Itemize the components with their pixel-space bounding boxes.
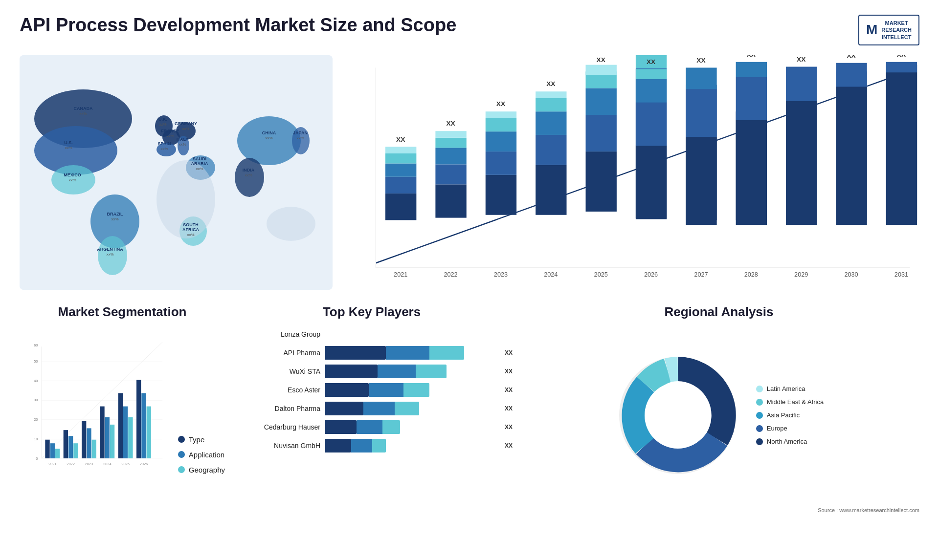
svg-rect-73 <box>536 135 566 165</box>
svg-rect-148 <box>82 421 86 458</box>
table-row: WuXi STA XX <box>245 365 499 378</box>
legend-app-dot <box>178 451 185 458</box>
svg-text:MEXICO: MEXICO <box>64 172 81 177</box>
svg-text:2025: 2025 <box>121 462 130 466</box>
svg-text:xx%: xx% <box>106 252 113 257</box>
player-xx-esco: XX <box>505 387 513 393</box>
svg-text:xx%: xx% <box>245 173 252 177</box>
svg-rect-95 <box>636 103 667 146</box>
logo: M MARKET RESEARCH INTELLECT <box>858 15 919 45</box>
header: API Process Development Market Size and … <box>20 15 919 45</box>
svg-rect-64 <box>435 131 466 138</box>
legend-north-america: North America <box>756 438 824 445</box>
svg-text:xx%: xx% <box>182 127 189 131</box>
svg-text:XX: XX <box>797 56 805 63</box>
svg-text:AFRICA: AFRICA <box>182 227 199 232</box>
svg-rect-80 <box>586 88 617 115</box>
player-name-lonza: Lonza Group <box>245 330 320 338</box>
svg-rect-78 <box>586 151 617 212</box>
source-text: Source : www.marketresearchintellect.com <box>518 507 919 513</box>
player-bar-wuxi: XX <box>325 365 499 378</box>
svg-rect-101 <box>686 67 716 89</box>
svg-text:2028: 2028 <box>744 271 758 278</box>
svg-rect-62 <box>435 148 466 164</box>
svg-text:20: 20 <box>34 417 38 422</box>
svg-text:U.S.: U.S. <box>64 140 73 145</box>
svg-rect-96 <box>636 79 667 103</box>
top-row: CANADA xx% U.S. xx% MEXICO xx% BRAZIL xx… <box>20 55 919 290</box>
svg-text:2026: 2026 <box>644 271 658 278</box>
svg-text:40: 40 <box>34 379 38 383</box>
svg-text:JAPAN: JAPAN <box>293 130 308 135</box>
legend-mea-dot <box>756 399 763 406</box>
svg-text:2027: 2027 <box>694 271 708 278</box>
svg-text:xx%: xx% <box>265 136 272 140</box>
svg-text:xx%: xx% <box>68 178 76 182</box>
svg-rect-75 <box>536 98 566 111</box>
svg-text:FRANCE: FRANCE <box>161 129 179 133</box>
svg-rect-67 <box>486 151 516 175</box>
regional-title: Regional Analysis <box>518 304 919 320</box>
legend-na-dot <box>756 438 763 445</box>
svg-text:0: 0 <box>36 456 38 461</box>
players-section: Top Key Players Lonza Group API Pharma X… <box>240 304 504 510</box>
svg-text:xx%: xx% <box>179 142 186 147</box>
player-xx-wuxi: XX <box>505 368 513 375</box>
svg-rect-94 <box>636 146 667 219</box>
regional-content: Latin America Middle East & Africa Asia … <box>518 327 919 503</box>
page-title: API Process Development Market Size and … <box>20 15 456 36</box>
svg-rect-147 <box>73 443 78 458</box>
regional-legend: Latin America Middle East & Africa Asia … <box>756 385 824 445</box>
svg-text:2025: 2025 <box>594 271 608 278</box>
legend-ap-dot <box>756 412 763 419</box>
svg-rect-154 <box>118 393 123 458</box>
player-xx-dalton: XX <box>505 405 513 412</box>
svg-text:XX: XX <box>897 55 906 58</box>
svg-rect-66 <box>486 175 516 215</box>
player-name-esco: Esco Aster <box>245 386 320 394</box>
svg-text:XX: XX <box>747 55 756 58</box>
svg-rect-158 <box>141 393 146 458</box>
legend-geo-dot <box>178 466 185 473</box>
svg-text:INDIA: INDIA <box>243 168 255 172</box>
svg-text:XX: XX <box>446 120 455 127</box>
svg-point-17 <box>267 207 315 241</box>
growth-chart: XX XX XX XX <box>347 55 919 290</box>
svg-text:2021: 2021 <box>394 271 407 278</box>
legend-mea-label: Middle East & Africa <box>767 398 824 406</box>
player-name-dalton: Dalton Pharma <box>245 405 320 412</box>
svg-rect-68 <box>486 131 516 151</box>
legend-eu-dot <box>756 425 763 432</box>
legend-middle-east-africa: Middle East & Africa <box>756 398 824 406</box>
svg-rect-155 <box>123 406 128 458</box>
legend-eu-label: Europe <box>767 425 787 432</box>
svg-text:SAUDI: SAUDI <box>193 156 206 161</box>
svg-text:SPAIN: SPAIN <box>158 141 171 146</box>
player-name-wuxi: WuXi STA <box>245 367 320 375</box>
svg-text:60: 60 <box>34 343 38 347</box>
legend-asia-pacific: Asia Pacific <box>756 411 824 419</box>
svg-text:GERMANY: GERMANY <box>175 121 197 126</box>
svg-rect-104 <box>736 77 767 120</box>
svg-text:XX: XX <box>546 80 555 87</box>
legend-application: Application <box>178 451 225 459</box>
svg-text:ITALY: ITALY <box>177 137 189 142</box>
svg-text:xx%: xx% <box>187 233 194 237</box>
svg-point-13 <box>237 116 301 165</box>
legend-latin-america: Latin America <box>756 385 824 392</box>
svg-text:xx%: xx% <box>159 122 166 127</box>
svg-rect-69 <box>486 118 516 131</box>
player-xx-api: XX <box>505 349 513 356</box>
svg-rect-63 <box>435 138 466 148</box>
table-row: Nuvisan GmbH XX <box>245 439 499 452</box>
svg-rect-156 <box>128 417 133 458</box>
svg-text:2031: 2031 <box>894 271 908 278</box>
svg-point-167 <box>645 382 711 449</box>
svg-rect-54 <box>385 194 416 220</box>
world-map: CANADA xx% U.S. xx% MEXICO xx% BRAZIL xx… <box>20 55 333 290</box>
players-title: Top Key Players <box>240 304 504 320</box>
svg-text:xx%: xx% <box>160 147 168 151</box>
logo-text: MARKET RESEARCH INTELLECT <box>881 20 912 41</box>
svg-rect-99 <box>686 137 716 220</box>
table-row: Esco Aster XX <box>245 383 499 397</box>
